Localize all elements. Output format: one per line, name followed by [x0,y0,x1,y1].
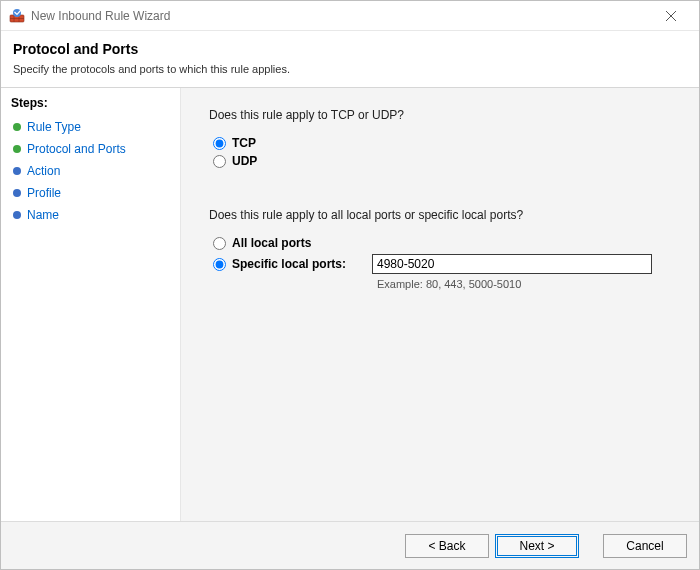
bullet-icon [13,211,21,219]
wizard-footer: < Back Next > Cancel [1,521,699,569]
cancel-button[interactable]: Cancel [603,534,687,558]
next-button[interactable]: Next > [495,534,579,558]
step-action[interactable]: Action [11,160,170,182]
steps-heading: Steps: [11,96,170,110]
all-ports-radio[interactable] [213,237,226,250]
wizard-window: New Inbound Rule Wizard Protocol and Por… [0,0,700,570]
bullet-icon [13,167,21,175]
step-link[interactable]: Protocol and Ports [27,142,126,156]
svg-point-5 [13,9,21,17]
bullet-icon [13,189,21,197]
titlebar: New Inbound Rule Wizard [1,1,699,31]
ports-question: Does this rule apply to all local ports … [209,208,671,222]
protocol-question: Does this rule apply to TCP or UDP? [209,108,671,122]
specific-ports-label[interactable]: Specific local ports: [232,257,372,271]
steps-sidebar: Steps: Rule Type Protocol and Ports Acti… [1,88,181,521]
step-protocol-and-ports[interactable]: Protocol and Ports [11,138,170,160]
step-link[interactable]: Rule Type [27,120,81,134]
step-profile[interactable]: Profile [11,182,170,204]
page-title: Protocol and Ports [13,41,687,57]
step-link[interactable]: Profile [27,186,61,200]
window-title: New Inbound Rule Wizard [31,9,170,23]
main-panel: Does this rule apply to TCP or UDP? TCP … [181,88,699,521]
step-link[interactable]: Name [27,208,59,222]
close-button[interactable] [651,2,691,30]
tcp-label[interactable]: TCP [232,136,256,150]
back-button[interactable]: < Back [405,534,489,558]
all-ports-label[interactable]: All local ports [232,236,372,250]
page-header: Protocol and Ports Specify the protocols… [1,31,699,87]
firewall-icon [9,8,25,24]
page-subtitle: Specify the protocols and ports to which… [13,63,687,75]
specific-ports-input[interactable] [372,254,652,274]
tcp-radio[interactable] [213,137,226,150]
step-link[interactable]: Action [27,164,60,178]
step-name[interactable]: Name [11,204,170,226]
ports-example: Example: 80, 443, 5000-5010 [377,278,671,290]
step-rule-type[interactable]: Rule Type [11,116,170,138]
bullet-icon [13,123,21,131]
udp-radio[interactable] [213,155,226,168]
specific-ports-radio[interactable] [213,258,226,271]
bullet-icon [13,145,21,153]
udp-label[interactable]: UDP [232,154,257,168]
